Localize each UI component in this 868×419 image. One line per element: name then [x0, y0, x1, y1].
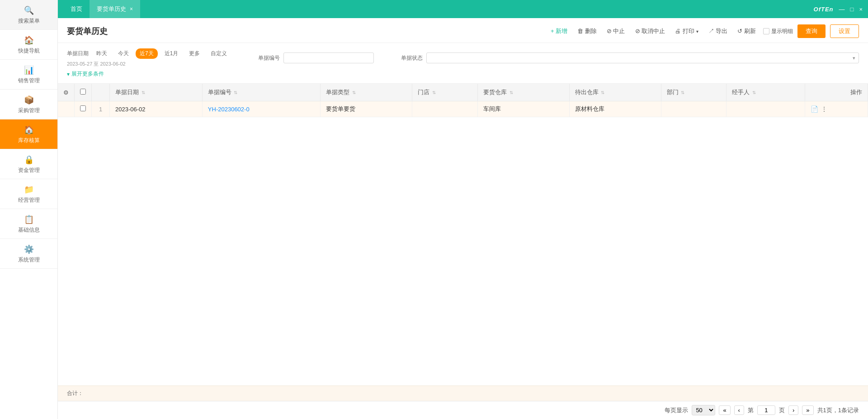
per-page-select[interactable]: 50 10 20 100	[692, 405, 715, 415]
sort-store-icon[interactable]: ⇅	[432, 90, 436, 95]
sidebar-item-inventory[interactable]: 🏠 库存核算	[0, 119, 57, 149]
topbar-home-label: 首页	[71, 5, 82, 13]
cancel-suspend-button[interactable]: ⊘ 取消中止	[632, 25, 668, 37]
col-doc-date-label: 单据日期	[115, 89, 139, 95]
table-row: 1 2023-06-02 YH-20230602-0 要货单要货 车间库 原材料…	[58, 101, 868, 117]
row-department-cell	[661, 101, 726, 117]
sort-doc-date-icon[interactable]: ⇅	[142, 90, 145, 95]
table-area: ⚙ 单据日期 ⇅ 单据编号 ⇅	[58, 84, 868, 386]
col-store: 门店 ⇅	[412, 84, 478, 101]
row-action-view-button[interactable]: 📄	[811, 105, 818, 113]
table-header-row: ⚙ 单据日期 ⇅ 单据编号 ⇅	[58, 84, 868, 101]
delete-button[interactable]: 🗑 删除	[575, 25, 599, 37]
first-page-button[interactable]: «	[719, 405, 730, 415]
date-btn-custom[interactable]: 自定义	[207, 48, 231, 59]
row-action-more-button[interactable]: ⋮	[821, 105, 827, 113]
col-doc-no: 单据编号 ⇅	[202, 84, 320, 101]
date-btn-today[interactable]: 今天	[114, 48, 133, 59]
col-doc-no-label: 单据编号	[208, 89, 231, 95]
sort-doc-no-icon[interactable]: ⇅	[234, 90, 237, 95]
page-title: 要货单历史	[67, 26, 108, 37]
new-button[interactable]: + 新增	[548, 25, 570, 37]
sidebar-item-search-menu[interactable]: 🔍 搜索菜单	[0, 0, 57, 30]
page-label: 第	[748, 406, 754, 414]
window-maximize-button[interactable]: □	[850, 6, 854, 13]
settings-col-icon[interactable]: ⚙	[63, 89, 69, 96]
window-minimize-button[interactable]: —	[839, 6, 845, 13]
close-tab-button[interactable]: ×	[130, 6, 133, 12]
prev-page-button[interactable]: ‹	[734, 405, 744, 415]
sales-icon: 📊	[24, 65, 34, 75]
brand-label: OfTEn	[814, 6, 834, 13]
export-button[interactable]: ↗ 导出	[706, 25, 731, 37]
sidebar-item-quick-nav[interactable]: 🏠 快捷导航	[0, 30, 57, 60]
row-num-cell: 1	[92, 101, 110, 117]
content-area: 要货单历史 + 新增 🗑 删除 ⊘ 中止 ⊘ 取消中止 🖨 打印 ▾	[58, 18, 868, 419]
col-checkbox	[75, 84, 92, 101]
suspend-button[interactable]: ⊘ 中止	[604, 25, 628, 37]
sidebar-item-sys-mgmt[interactable]: ⚙️ 系统管理	[0, 239, 57, 269]
row-store-cell	[412, 101, 478, 117]
sidebar-item-sales-mgmt[interactable]: 📊 销售管理	[0, 60, 57, 90]
date-filter-label: 单据日期	[67, 50, 89, 57]
col-num	[92, 84, 110, 101]
refresh-button[interactable]: ↺ 刷新	[735, 25, 759, 37]
topbar-home[interactable]: 首页	[63, 0, 90, 18]
filter-area: 单据日期 昨天 今天 近7天 近1月 更多 自定义 2023-05-27 至 2…	[58, 43, 868, 84]
sidebar-item-ops-mgmt[interactable]: 📁 经营管理	[0, 179, 57, 209]
date-btn-recent1month[interactable]: 近1月	[160, 48, 183, 59]
doc-no-input[interactable]	[283, 52, 374, 63]
delete-button-label: 🗑 删除	[577, 27, 597, 35]
sort-req-warehouse-icon[interactable]: ⇅	[509, 90, 513, 95]
next-page-button[interactable]: ›	[788, 405, 798, 415]
row-checkbox-cell	[75, 101, 92, 117]
col-operation-label: 操作	[850, 89, 862, 95]
sidebar-item-label: 快捷导航	[18, 47, 40, 55]
print-button[interactable]: 🖨 打印 ▾	[672, 25, 701, 37]
col-operation: 操作	[805, 84, 868, 101]
display-detail-checkbox[interactable]	[763, 28, 769, 34]
row-doc-date-cell: 2023-06-02	[110, 101, 203, 117]
topbar: 首页 要货单历史 × OfTEn — □ ×	[58, 0, 868, 18]
doc-status-select[interactable]	[426, 52, 859, 63]
ops-icon: 📁	[24, 185, 34, 195]
topbar-tab-history[interactable]: 要货单历史 ×	[90, 0, 140, 18]
display-detail-toggle[interactable]: 显示明细	[763, 28, 793, 35]
doc-status-label: 单据状态	[401, 54, 423, 62]
suspend-button-label: ⊘ 中止	[607, 27, 625, 35]
date-btn-recent7[interactable]: 近7天	[136, 48, 158, 59]
row-checkbox[interactable]	[80, 105, 86, 111]
col-doc-type-label: 单据类型	[326, 89, 349, 95]
sort-doc-type-icon[interactable]: ⇅	[352, 90, 356, 95]
row-doc-no-link[interactable]: YH-20230602-0	[208, 106, 250, 113]
page-input[interactable]	[757, 405, 775, 415]
sort-department-icon[interactable]: ⇅	[681, 90, 684, 95]
date-filter-row: 单据日期 昨天 今天 近7天 近1月 更多 自定义	[67, 48, 231, 59]
total-info: 共1页，1条记录	[817, 406, 859, 414]
sort-pending-warehouse-icon[interactable]: ⇅	[601, 90, 604, 95]
sidebar-item-label: 搜索菜单	[18, 17, 40, 25]
expand-more-button[interactable]: ▾ 展开更多条件	[67, 70, 859, 78]
query-button[interactable]: 查询	[797, 24, 826, 38]
date-btn-more[interactable]: 更多	[185, 48, 204, 59]
date-range-display: 2023-05-27 至 2023-06-02	[67, 61, 231, 67]
sidebar-item-purchase-mgmt[interactable]: 📦 采购管理	[0, 90, 57, 119]
sidebar-item-finance-mgmt[interactable]: 🔒 资金管理	[0, 149, 57, 179]
sidebar-item-base-info[interactable]: 📋 基础信息	[0, 209, 57, 239]
settings-button[interactable]: 设置	[830, 24, 859, 38]
table-footer: 合计：	[58, 386, 868, 401]
date-btn-yesterday[interactable]: 昨天	[92, 48, 111, 59]
sidebar-item-label: 资金管理	[18, 167, 40, 174]
doc-status-select-wrapper	[426, 52, 859, 63]
select-all-checkbox[interactable]	[80, 89, 86, 95]
sort-handler-icon[interactable]: ⇅	[752, 90, 756, 95]
date-buttons: 昨天 今天 近7天 近1月 更多 自定义	[92, 48, 231, 59]
date-filter-group: 单据日期 昨天 今天 近7天 近1月 更多 自定义 2023-05-27 至 2…	[67, 48, 231, 67]
window-close-button[interactable]: ×	[859, 6, 863, 13]
col-doc-date: 单据日期 ⇅	[110, 84, 203, 101]
col-doc-type: 单据类型 ⇅	[321, 84, 412, 101]
last-page-button[interactable]: »	[802, 405, 813, 415]
quick-nav-icon: 🏠	[24, 35, 34, 45]
inventory-icon: 🏠	[24, 125, 34, 135]
col-department: 部门 ⇅	[661, 84, 726, 101]
